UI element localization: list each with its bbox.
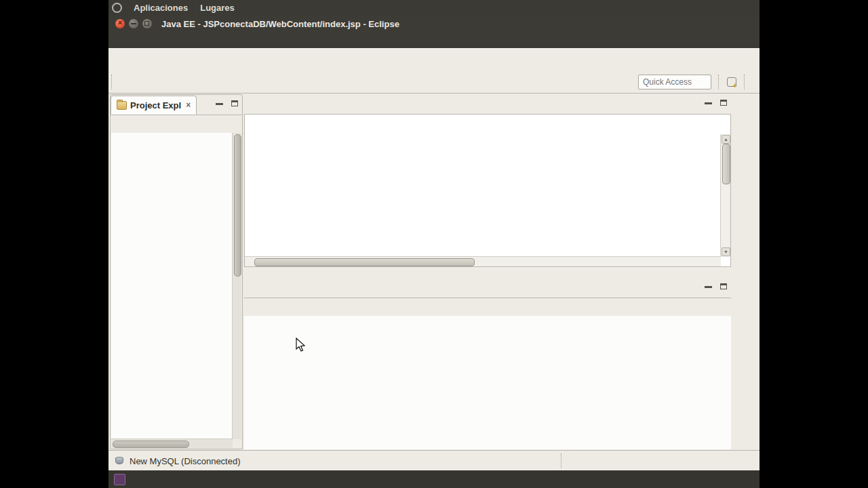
minimize-editor-button[interactable] bbox=[705, 100, 712, 104]
code-area[interactable] bbox=[245, 114, 721, 266]
bottom-view-panel bbox=[244, 278, 731, 449]
editor-tab-area bbox=[244, 94, 731, 115]
project-explorer-panel: Project Expl × bbox=[110, 94, 243, 449]
minimize-view-button[interactable] bbox=[216, 100, 223, 105]
distributor-logo-icon[interactable] bbox=[112, 3, 122, 13]
workspace-switcher-icon[interactable] bbox=[114, 474, 125, 485]
toolbar-grip bbox=[111, 75, 115, 89]
data-source-explorer-tree bbox=[244, 316, 731, 449]
menubar bbox=[108, 32, 760, 48]
editor-vertical-scrollbar[interactable]: ▲ ▼ bbox=[720, 134, 730, 257]
secondary-toolbar bbox=[108, 70, 760, 94]
status-bar: New MySQL (Disconnected) bbox=[108, 450, 760, 471]
divider bbox=[744, 75, 745, 89]
project-explorer-title: Project Expl bbox=[130, 100, 181, 110]
screen: Aplicaciones Lugares Java EE - JSPconect… bbox=[108, 0, 760, 488]
applications-menu[interactable]: Aplicaciones bbox=[127, 3, 194, 13]
tab-project-explorer[interactable]: Project Expl × bbox=[111, 96, 197, 115]
project-explorer-tree bbox=[111, 133, 233, 439]
close-tab-icon[interactable]: × bbox=[186, 100, 191, 110]
window-close-button[interactable] bbox=[115, 19, 125, 28]
maximize-view-button[interactable] bbox=[231, 100, 238, 106]
desktop-top-panel: Aplicaciones Lugares bbox=[108, 0, 760, 16]
status-divider bbox=[561, 453, 561, 468]
window-minimize-button[interactable] bbox=[129, 19, 138, 28]
divider bbox=[718, 75, 719, 89]
minimize-bottom-panel-button[interactable] bbox=[705, 283, 712, 288]
project-explorer-toolbar bbox=[111, 115, 242, 134]
status-text: New MySQL (Disconnected) bbox=[130, 456, 241, 466]
window-list-taskbar bbox=[108, 470, 760, 488]
project-explorer-icon bbox=[117, 101, 127, 110]
project-explorer-tab-area: Project Expl × bbox=[111, 95, 242, 115]
bottom-tab-area bbox=[244, 278, 731, 298]
quick-access-input[interactable] bbox=[638, 75, 711, 89]
places-menu[interactable]: Lugares bbox=[194, 3, 241, 13]
project-explorer-vertical-scrollbar[interactable] bbox=[232, 133, 241, 439]
window-maximize-button[interactable] bbox=[142, 19, 152, 28]
editor-body[interactable]: ▲ ▼ bbox=[244, 114, 731, 267]
maximize-editor-button[interactable] bbox=[720, 100, 727, 106]
editor-panel: ▲ ▼ bbox=[244, 94, 731, 277]
window-titlebar: Java EE - JSPconectaDB/WebContent/index.… bbox=[108, 16, 760, 32]
open-perspective-icon bbox=[727, 77, 736, 87]
open-perspective-button[interactable] bbox=[724, 74, 740, 90]
database-status-icon bbox=[115, 456, 124, 466]
window-title: Java EE - JSPconectaDB/WebContent/index.… bbox=[161, 19, 399, 29]
data-source-explorer-toolbar bbox=[244, 298, 731, 317]
main-toolbar bbox=[108, 48, 760, 71]
maximize-bottom-panel-button[interactable] bbox=[720, 283, 727, 289]
project-explorer-horizontal-scrollbar[interactable] bbox=[111, 439, 233, 448]
editor-horizontal-scrollbar[interactable] bbox=[245, 256, 721, 266]
mouse-cursor bbox=[296, 338, 307, 352]
